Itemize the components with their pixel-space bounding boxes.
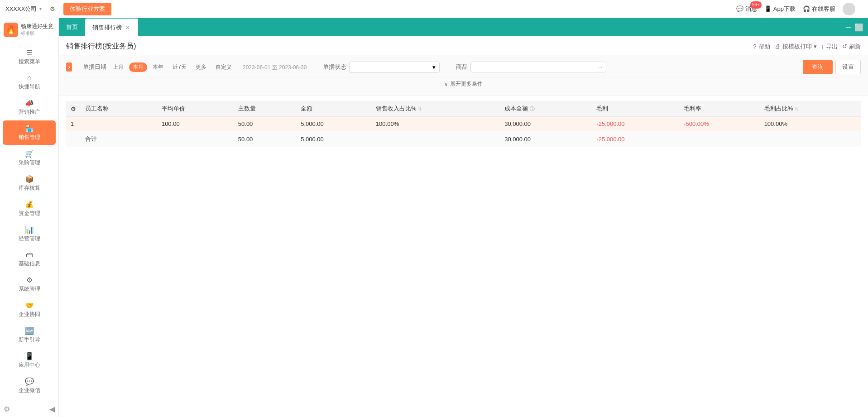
sidebar-collapse-icon[interactable]: ◀: [49, 405, 55, 413]
status-filter: 单据状态 ▾: [323, 62, 440, 73]
sidebar-label-marketing: 营销推广: [19, 108, 40, 116]
date-tab-more[interactable]: 更多: [192, 62, 210, 72]
sidebar-label-finance: 资金管理: [19, 210, 40, 217]
message-badge: 99+: [750, 1, 762, 9]
cost-info-icon[interactable]: ⓘ: [530, 106, 535, 111]
system-icon: ⚙: [26, 276, 33, 284]
th-sales-ratio: 销售收入占比% ⇅: [371, 101, 500, 117]
sidebar-label-system: 系统管理: [19, 285, 40, 293]
table-area: ⚙ 员工名称 平均单价 主数量 全额 销售收入占比% ⇅ 成本全额 ⓘ 毛利 毛…: [59, 101, 868, 154]
td-qty: 50.00: [234, 117, 296, 131]
finance-icon: 💰: [25, 200, 34, 209]
chevron-down-icon: ∨: [444, 81, 448, 87]
footer-empty: [66, 131, 81, 147]
export-icon: ↓: [821, 43, 825, 50]
footer-qty: 50.00: [234, 131, 296, 147]
sidebar-item-sales[interactable]: 🏪 销售管理: [3, 120, 56, 145]
footer-gross-rate: [679, 131, 759, 147]
sidebar-bottom: ⚙ ◀: [0, 401, 58, 417]
user-avatar[interactable]: [843, 3, 855, 15]
query-button[interactable]: 查询: [803, 60, 833, 74]
sidebar-item-wechat[interactable]: 💬 企业微信: [3, 374, 56, 398]
status-filter-label: 单据状态: [323, 63, 346, 71]
sidebar-item-collab[interactable]: 🤝 企业协同: [3, 297, 56, 322]
footer-amount: 5,000.00: [296, 131, 371, 147]
online-service-button[interactable]: 🎧 在线客服: [803, 5, 835, 13]
sort-icon[interactable]: ⇅: [418, 106, 422, 111]
page-inner: 销售排行榜(按业务员) ? 帮助 🖨 按模板打印 ▾: [59, 36, 868, 417]
sidebar-item-guide[interactable]: 🆕 新手引导: [3, 323, 56, 347]
company-name: XXXXX公司: [5, 5, 37, 13]
data-table: ⚙ 员工名称 平均单价 主数量 全额 销售收入占比% ⇅ 成本全额 ⓘ 毛利 毛…: [66, 101, 861, 147]
th-settings[interactable]: ⚙: [66, 101, 81, 117]
sidebar-label-basicinfo: 基础信息: [19, 260, 40, 268]
sidebar-settings-icon[interactable]: ⚙: [4, 405, 10, 413]
sidebar-item-operation[interactable]: 📊 经营管理: [3, 222, 56, 246]
goods-input[interactable]: ···: [470, 62, 606, 72]
sales-icon: 🏪: [25, 124, 34, 133]
sidebar-item-inventory[interactable]: 📦 库存核算: [3, 171, 56, 196]
gross-ratio-sort-icon[interactable]: ⇅: [795, 106, 798, 111]
date-tab-this-month[interactable]: 本月: [129, 62, 147, 72]
tab-minimize-icon[interactable]: ─: [846, 23, 851, 31]
trial-button[interactable]: 体验行业方案: [63, 3, 111, 15]
sidebar-item-basicinfo[interactable]: 🗃 基础信息: [3, 247, 56, 271]
app-download-button[interactable]: 📱 App下载: [764, 5, 796, 13]
mobile-icon: 📱: [764, 5, 772, 12]
date-filter-label: 单据日期: [83, 63, 106, 71]
sidebar-item-finance[interactable]: 💰 资金管理: [3, 197, 56, 221]
print-button[interactable]: 🖨 按模板打印 ▾: [775, 43, 817, 51]
filter-collapse-arrow[interactable]: ›: [66, 62, 72, 72]
guide-icon: 🆕: [25, 326, 34, 335]
th-gross-ratio: 毛利占比% ⇅: [760, 101, 861, 117]
sidebar-label-search: 搜索菜单: [19, 58, 40, 66]
print-icon: 🖨: [775, 43, 781, 50]
page-title: 销售排行榜(按业务员): [66, 42, 136, 51]
column-settings-button[interactable]: 设置: [835, 60, 861, 74]
help-button[interactable]: ? 帮助: [753, 43, 770, 51]
sidebar-item-search[interactable]: ☰ 搜索菜单: [3, 45, 56, 69]
sidebar-item-system[interactable]: ⚙ 系统管理: [3, 272, 56, 297]
sidebar-label-wechat: 企业微信: [19, 387, 40, 394]
footer-gross-profit: -25,000.00: [592, 131, 679, 147]
home-icon: ⌂: [27, 74, 32, 82]
sidebar-label-appcenter: 应用中心: [19, 361, 40, 369]
date-filter: 单据日期 上月 本月 本年 近7天 更多 自定义: [83, 62, 235, 72]
filter-row: › 单据日期 上月 本月 本年 近7天 更多 自定义: [66, 60, 861, 74]
date-tab-7days[interactable]: 近7天: [169, 62, 190, 72]
goods-more-icon[interactable]: ···: [598, 64, 602, 70]
tab-close-icon[interactable]: ✕: [125, 24, 131, 32]
sidebar-item-purchase[interactable]: 🛒 采购管理: [3, 146, 56, 170]
status-select[interactable]: ▾: [349, 62, 440, 73]
expand-filter-toggle[interactable]: ∨ 展开更多条件: [66, 77, 861, 91]
app-wrapper: XXXXX公司 ▾ ⚙ 体验行业方案 💬 消息 99+ 📱 App下载 🎧 在线…: [0, 0, 868, 417]
th-employee: 员工名称: [81, 101, 157, 117]
tab-home[interactable]: 首页: [59, 18, 85, 36]
table-footer: 合计 50.00 5,000.00 30,000.00 -25,000.00: [66, 131, 861, 147]
export-button[interactable]: ↓ 导出: [821, 43, 838, 51]
tab-sales-ranking[interactable]: 销售排行榜 ✕: [85, 19, 138, 37]
collab-icon: 🤝: [25, 301, 34, 310]
company-selector[interactable]: XXXXX公司 ▾: [5, 5, 42, 13]
purchase-icon: 🛒: [25, 149, 34, 158]
sidebar-item-quicknav[interactable]: ⌂ 快捷导航: [3, 70, 56, 94]
table-row: 1 100.00 50.00 5,000.00 100.00% 30,000.0…: [66, 117, 861, 131]
refresh-button[interactable]: ↺ 刷新: [842, 43, 861, 51]
tab-maximize-icon[interactable]: ⬜: [854, 23, 863, 32]
sidebar-logo: 🔥 畅康通好生意 标准版: [0, 18, 58, 42]
date-tab-custom[interactable]: 自定义: [212, 62, 235, 72]
th-gross-profit: 毛利: [592, 101, 679, 117]
sidebar-item-marketing[interactable]: 📣 营销推广: [3, 95, 56, 120]
date-tab-last-month[interactable]: 上月: [109, 62, 127, 72]
message-button[interactable]: 💬 消息 99+: [736, 5, 757, 13]
sidebar-menu: ☰ 搜索菜单 ⌂ 快捷导航 📣 营销推广 🏪 销售管理 🛒 采购管理: [0, 42, 58, 401]
footer-cost: 30,000.00: [500, 131, 592, 147]
print-chevron-icon: ▾: [814, 43, 817, 50]
tab-bar: 首页 销售排行榜 ✕ ─ ⬜: [59, 18, 868, 36]
date-tab-this-year[interactable]: 本年: [149, 62, 167, 72]
td-employee: [81, 117, 157, 131]
footer-label: 合计: [81, 131, 157, 147]
topbar-settings-icon[interactable]: ⚙: [46, 3, 59, 15]
sidebar-item-appcenter[interactable]: 📱 应用中心: [3, 348, 56, 373]
logo-text: 畅康通好生意 标准版: [21, 23, 53, 37]
